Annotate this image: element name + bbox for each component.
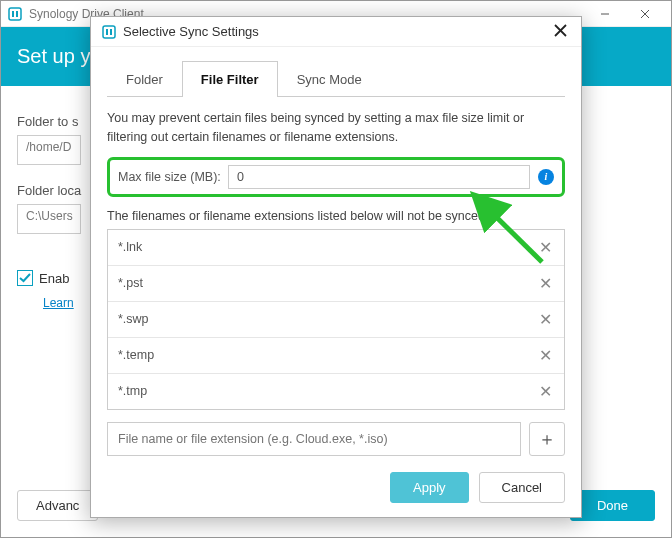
svg-rect-9	[110, 29, 112, 35]
checkbox-checked-icon	[17, 270, 33, 286]
dialog-footer: Apply Cancel	[390, 472, 565, 503]
max-size-label: Max file size (MB):	[118, 170, 228, 184]
app-icon	[101, 24, 117, 40]
remove-icon[interactable]: ✕	[537, 238, 554, 257]
svg-rect-2	[16, 11, 18, 17]
minimize-button[interactable]	[585, 1, 625, 27]
dialog-body: You may prevent certain files being sync…	[91, 97, 581, 456]
folder-location-input[interactable]: C:\Users	[17, 204, 81, 234]
list-item: *.temp✕	[108, 338, 564, 374]
add-extension-button[interactable]: ＋	[529, 422, 565, 456]
max-size-input[interactable]	[228, 165, 530, 189]
filter-description: You may prevent certain files being sync…	[107, 109, 565, 147]
tab-bar: Folder File Filter Sync Mode	[91, 47, 581, 97]
svg-rect-8	[106, 29, 108, 35]
cancel-button[interactable]: Cancel	[479, 472, 565, 503]
done-button[interactable]: Done	[570, 490, 655, 521]
plus-icon: ＋	[538, 427, 556, 451]
enable-checkbox-label: Enab	[39, 271, 69, 286]
list-item: *.tmp✕	[108, 374, 564, 409]
dialog-close-button[interactable]	[550, 21, 571, 42]
close-button[interactable]	[625, 1, 665, 27]
learn-more-link[interactable]: Learn	[43, 296, 74, 310]
max-size-highlight: Max file size (MB): i	[107, 157, 565, 197]
tab-sync-mode[interactable]: Sync Mode	[278, 61, 381, 97]
svg-rect-1	[12, 11, 14, 17]
remove-icon[interactable]: ✕	[537, 274, 554, 293]
apply-button[interactable]: Apply	[390, 472, 469, 503]
list-item: *.lnk✕	[108, 230, 564, 266]
svg-rect-7	[103, 26, 115, 38]
info-icon[interactable]: i	[538, 169, 554, 185]
dialog-titlebar: Selective Sync Settings	[91, 17, 581, 47]
advanced-button[interactable]: Advanc	[17, 490, 98, 521]
extension-list: *.lnk✕ *.pst✕ *.swp✕ *.temp✕ *.tmp✕	[107, 229, 565, 410]
remove-icon[interactable]: ✕	[537, 310, 554, 329]
add-extension-row: ＋	[107, 422, 565, 456]
svg-rect-0	[9, 8, 21, 20]
extension-list-label: The filenames or filename extensions lis…	[107, 209, 565, 223]
add-extension-input[interactable]	[107, 422, 521, 456]
remove-icon[interactable]: ✕	[537, 382, 554, 401]
app-icon	[7, 6, 23, 22]
tab-folder[interactable]: Folder	[107, 61, 182, 97]
remove-icon[interactable]: ✕	[537, 346, 554, 365]
selective-sync-dialog: Selective Sync Settings Folder File Filt…	[90, 16, 582, 518]
list-item: *.pst✕	[108, 266, 564, 302]
list-item: *.swp✕	[108, 302, 564, 338]
tab-file-filter[interactable]: File Filter	[182, 61, 278, 97]
folder-to-sync-input[interactable]: /home/D	[17, 135, 81, 165]
dialog-title: Selective Sync Settings	[123, 24, 259, 39]
